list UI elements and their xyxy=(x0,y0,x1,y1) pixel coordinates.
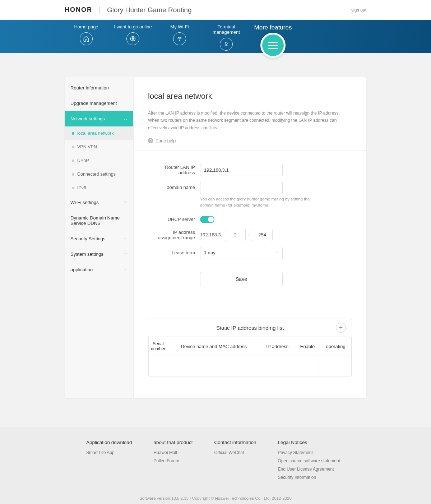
chevron-down-icon: ﹀ xyxy=(124,267,128,272)
main-content: local area network After the LAN IP addr… xyxy=(134,77,366,398)
label-lan-ip: Router LAN IP address xyxy=(148,165,200,175)
user-icon xyxy=(220,38,233,51)
globe-icon xyxy=(126,32,139,45)
wifi-icon xyxy=(173,32,186,45)
nav-wifi-label: My Wi-Fi xyxy=(158,24,201,29)
sign-out-link[interactable]: sign out xyxy=(351,8,366,13)
binding-list: Static IP address binding list + Serial … xyxy=(148,319,352,377)
help-icon: ? xyxy=(148,138,153,143)
nav-more-label: More features xyxy=(251,24,295,31)
sidebar-sub-connected[interactable]: Connected settings xyxy=(65,167,133,181)
footer-column: Legal NoticesPrivacy StatementOpen sourc… xyxy=(278,440,340,481)
sidebar-sub-vpn[interactable]: VPN VPN xyxy=(65,140,133,154)
label-range: IP address assignment range xyxy=(148,230,200,240)
nav-more[interactable]: More features xyxy=(251,24,295,56)
sidebar-network-label: Network settings xyxy=(70,116,105,121)
nav-home-label: Home page xyxy=(65,24,108,29)
home-icon xyxy=(80,32,93,45)
sidebar: Router information Upgrade management Ne… xyxy=(65,77,134,398)
footer-link[interactable]: Open source software statement xyxy=(278,457,340,465)
footer-link[interactable]: Huawei Mall xyxy=(154,449,193,457)
label-dhcp: DHCP server xyxy=(148,217,200,222)
range-start-input[interactable] xyxy=(225,229,246,241)
nav-terminal[interactable]: Terminal management xyxy=(205,24,248,51)
nav-wifi[interactable]: My Wi-Fi xyxy=(158,24,201,45)
sidebar-network-settings[interactable]: Network settings ︿ xyxy=(65,111,133,126)
sidebar-wifi[interactable]: Wi-Fi settings﹀ xyxy=(65,195,133,210)
range-prefix: 192.168.3. xyxy=(200,232,222,237)
dhcp-toggle[interactable] xyxy=(200,216,214,223)
nav-home[interactable]: Home page xyxy=(65,24,108,45)
chevron-down-icon: ﹀ xyxy=(275,250,279,255)
save-button[interactable]: Save xyxy=(200,272,283,286)
svg-point-1 xyxy=(179,40,180,41)
label-lease: Lease term xyxy=(148,250,200,255)
chevron-up-icon: ︿ xyxy=(124,116,128,121)
sidebar-ddns[interactable]: Dynamic Domain Name Service DDNS xyxy=(65,210,133,231)
footer-link[interactable]: Security Information xyxy=(278,473,340,482)
domain-hint: You can access the glory hunter game rou… xyxy=(200,196,315,209)
sidebar-application[interactable]: application﹀ xyxy=(65,262,133,277)
brand-logo: HONOR xyxy=(65,6,92,14)
sidebar-security[interactable]: Security Settings﹀ xyxy=(65,231,133,246)
footer-col-title: about that product xyxy=(154,440,193,445)
svg-point-2 xyxy=(225,42,227,45)
col-enable: Enable xyxy=(295,337,320,356)
product-title: Glory Hunter Game Routing xyxy=(107,6,192,14)
domain-input[interactable] xyxy=(200,182,283,194)
binding-title: Static IP address binding list xyxy=(216,325,284,331)
footer-column: about that productHuawei MallPollen Foru… xyxy=(154,440,193,481)
chevron-down-icon: ﹀ xyxy=(124,200,128,205)
lease-select[interactable]: 1 day ﹀ xyxy=(200,247,283,259)
footer-link[interactable]: Smart Life App xyxy=(86,449,132,457)
col-operating: operating xyxy=(320,337,352,356)
footer-link[interactable]: Privacy Statement xyxy=(278,449,340,457)
footer-col-title: Application download xyxy=(86,440,132,445)
lease-value: 1 day xyxy=(204,250,216,255)
hamburger-icon[interactable] xyxy=(260,33,286,58)
sidebar-sub-ipv6[interactable]: IPv6 xyxy=(65,181,133,195)
nav-online[interactable]: I want to go online xyxy=(111,24,154,45)
col-serial: Serial number xyxy=(149,337,168,356)
col-device: Device name and MAC address xyxy=(168,337,260,356)
chevron-down-icon: ﹀ xyxy=(124,236,128,241)
lan-ip-input[interactable] xyxy=(200,164,283,176)
footer-col-title: Contact information xyxy=(214,440,256,445)
col-ip: IP address xyxy=(260,337,295,356)
page-title: local area network xyxy=(148,92,352,101)
footer-column: Contact informationOfficial WeChat xyxy=(214,440,256,481)
footer-link[interactable]: Pollen Forum xyxy=(154,457,193,465)
nav-terminal-label: Terminal management xyxy=(205,24,248,35)
sidebar-sub-upnp[interactable]: UPnP xyxy=(65,154,133,167)
add-binding-button[interactable]: + xyxy=(336,323,346,333)
sidebar-system[interactable]: System settings﹀ xyxy=(65,246,133,262)
footer-column: Application downloadSmart Life App xyxy=(86,440,132,481)
software-version: Software version:10.0.2.33 | Copyright ©… xyxy=(0,496,431,500)
footer-link[interactable]: End User License Agreement xyxy=(278,465,340,473)
divider xyxy=(99,6,100,14)
nav-online-label: I want to go online xyxy=(111,24,154,29)
page-help-link[interactable]: ? Page help xyxy=(148,138,352,143)
page-help-label: Page help xyxy=(156,138,176,143)
table-row xyxy=(149,356,352,376)
range-dash: - xyxy=(248,232,250,238)
footer-link[interactable]: Official WeChat xyxy=(214,449,256,457)
sidebar-upgrade[interactable]: Upgrade management xyxy=(65,96,133,111)
footer-col-title: Legal Notices xyxy=(278,440,340,445)
range-end-input[interactable] xyxy=(252,229,273,241)
sidebar-router-info[interactable]: Router information xyxy=(65,80,133,96)
page-description: After the LAN IP address is modified, th… xyxy=(148,110,352,131)
chevron-down-icon: ﹀ xyxy=(124,251,128,257)
label-domain: domain name xyxy=(148,182,200,190)
sidebar-sub-lan[interactable]: local area network xyxy=(65,126,133,140)
